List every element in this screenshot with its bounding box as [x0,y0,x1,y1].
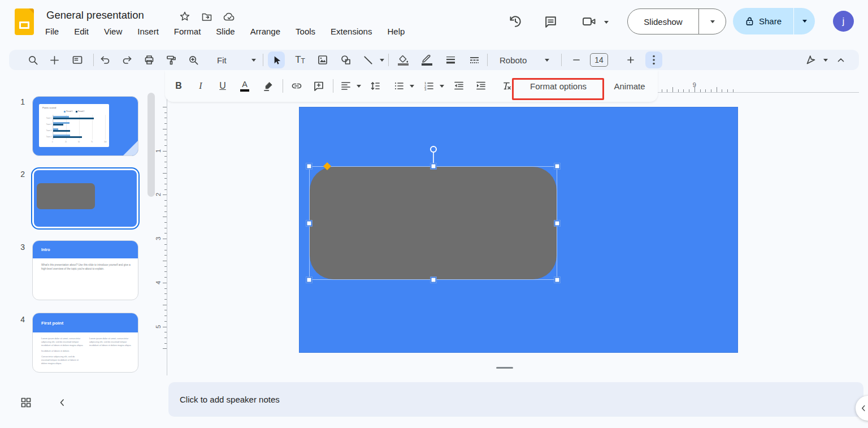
thumb-chart-legend: Period 1Period 2 [39,110,109,113]
resize-handle-s[interactable] [430,277,436,283]
border-color-button[interactable] [418,52,435,68]
menu-format[interactable]: Format [171,25,205,38]
camera-dropdown-arrow[interactable] [602,19,610,25]
slideshow-button[interactable]: Slideshow [628,9,698,34]
numbered-list-button[interactable]: 123 [421,78,437,94]
line-spacing-button[interactable] [367,78,383,94]
main-toolbar: Fit TT Roboto 14 [9,50,859,70]
insert-line-button[interactable] [360,52,376,68]
menu-slide[interactable]: Slide [212,25,238,38]
bold-button[interactable]: B [171,78,186,94]
ruler-tick [722,89,722,92]
paint-format-button[interactable] [163,52,179,68]
menu-view[interactable]: View [101,25,125,38]
border-weight-button[interactable] [442,52,459,68]
ruler-tick [164,338,167,338]
font-size-increase[interactable] [623,52,639,68]
fill-color-button[interactable] [394,52,411,68]
font-size-decrease[interactable] [568,52,584,68]
slide-4-body: Lorem ipsum dolor sit amet, consectetur … [41,337,132,365]
text-box-button[interactable]: TT [292,52,309,68]
avatar[interactable]: j [833,11,854,32]
menu-insert[interactable]: Insert [134,25,162,38]
insert-shape-button[interactable] [338,52,354,68]
redo-button[interactable] [119,52,135,68]
select-tool-button[interactable] [268,51,285,68]
slide-thumbnail-2[interactable] [31,167,140,230]
font-family-select[interactable]: Roboto [493,52,561,68]
align-button[interactable] [338,78,354,94]
ruler-tick [163,327,167,327]
rotation-handle[interactable] [430,146,437,153]
ruler-tick [164,310,167,310]
new-slide-button[interactable] [46,52,62,68]
slide-layout-button[interactable] [70,52,85,68]
underline-button[interactable]: U [215,78,231,94]
present-camera-icon[interactable] [581,14,598,29]
page-title[interactable]: General presentation [46,9,144,21]
cloud-status-icon[interactable] [222,10,237,24]
insert-image-button[interactable] [315,52,331,68]
bullet-list-dropdown-arrow[interactable] [408,81,416,90]
share-button[interactable]: Share [733,8,793,34]
version-history-icon[interactable] [507,14,523,29]
menu-arrange[interactable]: Arrange [247,25,284,38]
more-options-button[interactable] [645,51,662,68]
slide-thumbnail-4[interactable]: First point Lorem ipsum dolor sit amet, … [32,313,138,373]
slideshow-dropdown[interactable] [698,9,726,34]
resize-handle-ne[interactable] [554,163,561,170]
undo-button[interactable] [97,52,113,68]
menu-edit[interactable]: Edit [71,25,92,38]
ruler-tick [164,140,167,140]
filmstrip-panel: 1 Points scoredPeriod 1Period 2025507510… [0,93,154,387]
ruler-tick [164,206,167,206]
laser-pointer-button[interactable] [803,52,819,68]
menu-file[interactable]: File [42,25,62,38]
italic-button[interactable]: I [193,78,209,94]
resize-handle-w[interactable] [306,220,313,226]
thumb-chart-y-label: Team 1 [46,117,51,119]
speaker-notes-panel[interactable]: Click to add speaker notes [168,382,863,417]
bullet-list-button[interactable] [391,78,407,94]
notes-resize-handle[interactable] [496,367,513,369]
search-menus-button[interactable] [25,52,41,68]
decrease-indent-button[interactable] [451,78,467,94]
slide-thumbnail-3[interactable]: Intro What's this presentation about? Us… [32,240,138,300]
collapse-toolbar-button[interactable] [833,52,849,68]
resize-handle-n[interactable] [430,163,436,170]
animate-button[interactable]: Animate [607,76,652,96]
insert-link-button[interactable] [289,78,305,94]
menu-tools[interactable]: Tools [292,25,319,38]
align-dropdown-arrow[interactable] [355,81,363,90]
increase-indent-button[interactable] [473,78,489,94]
zoom-select[interactable]: Fit [208,52,270,68]
highlight-color-button[interactable] [260,78,276,94]
text-color-button[interactable]: A [237,78,253,94]
add-comment-button[interactable] [311,78,327,94]
resize-handle-nw[interactable] [306,163,313,170]
star-icon[interactable] [178,10,192,23]
resize-handle-sw[interactable] [306,277,313,283]
collapse-filmstrip-button[interactable] [54,395,70,410]
ruler-tick [163,107,167,107]
ruler-tick [667,89,667,92]
line-dropdown-arrow[interactable] [377,55,387,64]
resize-handle-se[interactable] [554,277,561,283]
share-dropdown[interactable] [793,8,815,34]
menu-extensions[interactable]: Extensions [327,25,375,38]
move-folder-icon[interactable] [200,10,214,24]
print-button[interactable] [141,52,157,68]
zoom-button[interactable] [185,52,201,68]
menu-help[interactable]: Help [384,25,408,38]
laser-dropdown-arrow[interactable] [821,55,830,64]
slides-logo[interactable] [15,8,34,35]
font-size-field[interactable]: 14 [590,53,608,67]
resize-handle-e[interactable] [554,220,561,226]
slide-thumbnail-1[interactable]: Points scoredPeriod 1Period 20255075100T… [32,96,138,156]
thumb-chart-bar [53,130,70,132]
grid-view-button[interactable] [18,395,34,410]
ruler-tick [163,194,167,195]
border-dash-button[interactable] [466,52,483,68]
numbered-list-dropdown-arrow[interactable] [438,81,446,90]
comments-icon[interactable] [542,14,558,29]
